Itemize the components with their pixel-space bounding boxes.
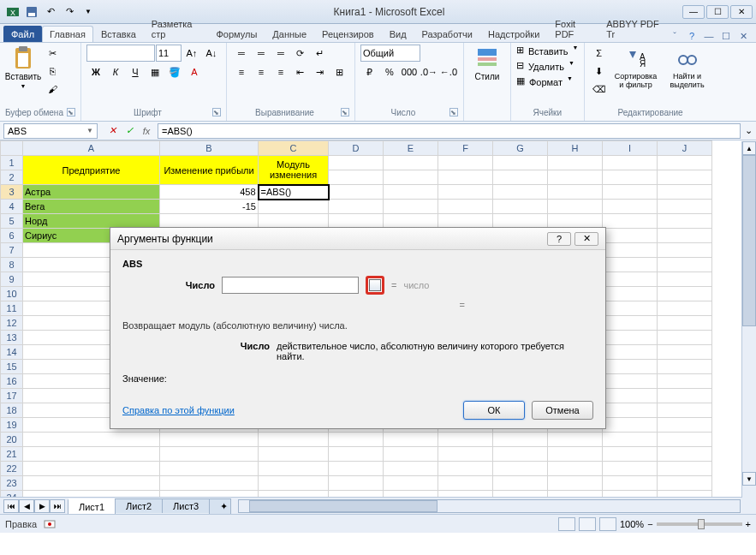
- row-header[interactable]: 19: [1, 418, 23, 433]
- find-select-button[interactable]: Найти и выделить: [664, 45, 711, 91]
- decrease-font-button[interactable]: A↓: [202, 45, 221, 62]
- font-color-button[interactable]: A: [185, 63, 204, 81]
- minimize-button[interactable]: —: [682, 5, 705, 19]
- row-header[interactable]: 8: [1, 258, 23, 272]
- cell[interactable]: Модуль изменения: [259, 156, 329, 185]
- cell[interactable]: [259, 214, 329, 229]
- increase-decimal-button[interactable]: .0→: [420, 63, 438, 81]
- cell[interactable]: [329, 185, 384, 200]
- workbook-restore-icon[interactable]: ☐: [720, 30, 732, 42]
- cell[interactable]: [658, 433, 712, 447]
- tab-abbyy[interactable]: ABBYY PDF Tr: [598, 15, 669, 42]
- cell[interactable]: [603, 272, 658, 287]
- increase-indent-button[interactable]: ⇥: [311, 63, 330, 81]
- cell[interactable]: [259, 476, 329, 491]
- tab-home[interactable]: Главная: [42, 26, 93, 42]
- cell[interactable]: [658, 418, 712, 433]
- cell[interactable]: [603, 433, 658, 447]
- cell[interactable]: [329, 491, 384, 498]
- active-cell[interactable]: =ABS(): [259, 185, 329, 200]
- cell[interactable]: [658, 374, 712, 389]
- cell[interactable]: [160, 214, 259, 229]
- cell[interactable]: [603, 403, 658, 418]
- cell[interactable]: [438, 433, 493, 447]
- cell[interactable]: [548, 185, 603, 200]
- sheet-first-button[interactable]: ⏮: [3, 499, 19, 513]
- cell[interactable]: [438, 491, 493, 498]
- cell[interactable]: [384, 185, 438, 200]
- cell[interactable]: [160, 447, 259, 462]
- cell[interactable]: [548, 170, 603, 185]
- cell[interactable]: [603, 287, 658, 301]
- underline-button[interactable]: Ч: [126, 63, 145, 81]
- cell[interactable]: Норд: [23, 214, 160, 229]
- cell[interactable]: [658, 301, 712, 316]
- merge-button[interactable]: ⊞: [330, 63, 349, 81]
- row-header[interactable]: 23: [1, 476, 23, 491]
- cell[interactable]: [23, 476, 160, 491]
- workbook-close-icon[interactable]: ✕: [737, 30, 749, 42]
- undo-icon[interactable]: ↶: [43, 4, 58, 20]
- cell[interactable]: [329, 447, 384, 462]
- redo-icon[interactable]: ↷: [62, 4, 77, 20]
- row-header[interactable]: 14: [1, 345, 23, 360]
- cell[interactable]: [259, 433, 329, 447]
- select-all-corner[interactable]: [1, 141, 23, 156]
- help-icon[interactable]: ?: [686, 30, 698, 42]
- dialog-help-button[interactable]: ?: [547, 232, 571, 246]
- tab-addins[interactable]: Надстройки: [480, 26, 547, 42]
- cell[interactable]: [603, 170, 658, 185]
- cell[interactable]: [658, 229, 712, 243]
- cell[interactable]: [384, 433, 438, 447]
- cell[interactable]: [658, 331, 712, 345]
- sheet-last-button[interactable]: ⏭: [50, 499, 65, 513]
- font-family-select[interactable]: [86, 45, 155, 62]
- increase-font-button[interactable]: A↑: [182, 45, 201, 62]
- cell[interactable]: [603, 360, 658, 374]
- cell[interactable]: -15: [160, 200, 259, 214]
- align-middle-button[interactable]: ═: [252, 45, 271, 62]
- row-header[interactable]: 20: [1, 433, 23, 447]
- cell[interactable]: [493, 214, 548, 229]
- tab-view[interactable]: Вид: [382, 26, 414, 42]
- cell[interactable]: [548, 200, 603, 214]
- scroll-thumb[interactable]: [742, 155, 756, 326]
- normal-view-button[interactable]: [558, 517, 575, 531]
- name-box-dropdown-icon[interactable]: ▼: [86, 127, 93, 134]
- cell[interactable]: [493, 491, 548, 498]
- cell[interactable]: [493, 462, 548, 476]
- row-header[interactable]: 18: [1, 403, 23, 418]
- cell[interactable]: [329, 200, 384, 214]
- comma-button[interactable]: 000: [400, 63, 419, 81]
- cell[interactable]: [384, 447, 438, 462]
- bold-button[interactable]: Ж: [86, 63, 105, 81]
- align-top-button[interactable]: ═: [232, 45, 251, 62]
- cell[interactable]: [603, 156, 658, 170]
- row-header[interactable]: 7: [1, 243, 23, 258]
- zoom-slider[interactable]: [657, 522, 742, 526]
- save-icon[interactable]: [24, 4, 39, 20]
- cell[interactable]: [603, 476, 658, 491]
- cell[interactable]: [658, 272, 712, 287]
- row-header[interactable]: 24: [1, 491, 23, 498]
- zoom-level[interactable]: 100%: [620, 519, 644, 529]
- cell[interactable]: Астра: [23, 185, 160, 200]
- tab-data[interactable]: Данные: [265, 26, 314, 42]
- qat-dropdown-icon[interactable]: ▼: [80, 4, 96, 20]
- cell[interactable]: [384, 156, 438, 170]
- cell[interactable]: [603, 389, 658, 403]
- cell[interactable]: [658, 389, 712, 403]
- cell[interactable]: [329, 476, 384, 491]
- formula-input[interactable]: =ABS(): [158, 123, 741, 139]
- cell[interactable]: [438, 447, 493, 462]
- align-bottom-button[interactable]: ═: [271, 45, 290, 62]
- cell[interactable]: [259, 447, 329, 462]
- decrease-indent-button[interactable]: ⇤: [291, 63, 310, 81]
- row-header[interactable]: 11: [1, 301, 23, 316]
- cell[interactable]: Изменение прибыли: [160, 156, 259, 185]
- cell[interactable]: [658, 476, 712, 491]
- dialog-ok-button[interactable]: ОК: [463, 401, 525, 420]
- cell[interactable]: [658, 243, 712, 258]
- cell[interactable]: [493, 156, 548, 170]
- cell[interactable]: [658, 287, 712, 301]
